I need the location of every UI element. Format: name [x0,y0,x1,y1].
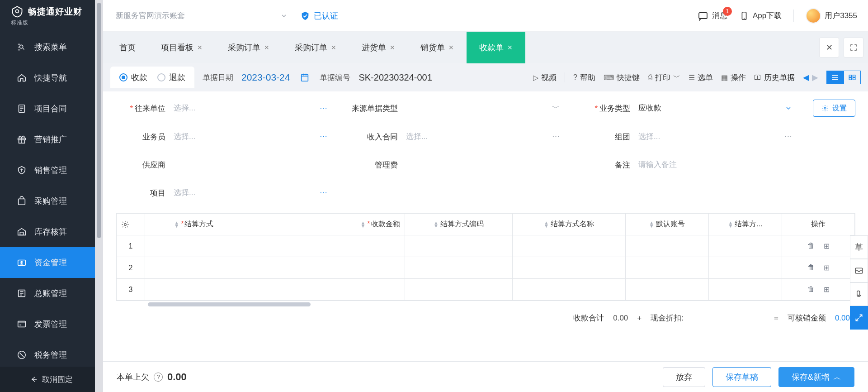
table-row[interactable]: 3 🗑⊞ [117,279,855,301]
search-menu-icon [16,42,27,53]
group-select[interactable]: 选择...⋯ [637,129,795,145]
view-list[interactable] [826,71,844,84]
radio-receive[interactable]: 收款 [119,72,147,83]
tab-project-board[interactable]: 项目看板✕ [148,32,215,63]
tab-home[interactable]: 首页 [107,32,148,63]
tab-sales-bill[interactable]: 销货单✕ [408,32,467,63]
save-new-button[interactable]: 保存&新增︿ [778,367,854,387]
receive-total-label: 收款合计 [573,313,604,323]
sidebar-item-ledger[interactable]: 总账管理 [0,278,103,309]
help-icon[interactable]: ? [154,373,163,382]
messages-button[interactable]: 消息 1 [698,10,727,21]
more-icon[interactable]: ⋯ [784,132,792,141]
tabs-fullscreen[interactable] [844,38,863,57]
sidebar-item-purchase[interactable]: 采购管理 [0,186,103,216]
save-draft-button[interactable]: 保存草稿 [712,367,771,387]
sidebar-scroll-thumb[interactable] [97,3,101,238]
help-icon: ? [573,73,577,81]
close-icon[interactable]: ✕ [264,44,269,51]
radio-refund[interactable]: 退款 [157,72,185,83]
close-icon[interactable]: ✕ [507,44,513,51]
column-config-button[interactable] [117,214,145,235]
user-menu[interactable]: 用户3355 [806,8,857,24]
sidebar-item-tax[interactable]: 税务管理 [0,339,103,367]
shortcut-link[interactable]: ⌨快捷键 [604,72,640,83]
sidebar-item-sales[interactable]: 销售管理 [0,155,103,186]
certified-badge: 已认证 [300,10,338,21]
tab-receive-goods[interactable]: 进货单✕ [349,32,408,63]
tab-label: 进货单 [362,42,386,53]
calendar-icon[interactable] [298,71,311,84]
close-icon[interactable]: ✕ [390,44,395,51]
document-toolbar: 收款 退款 单据日期 2023-03-24 单据编号 SK-20230324-0… [103,63,868,91]
close-icon[interactable]: ✕ [197,44,203,51]
more-icon[interactable]: ⋯ [320,188,327,197]
tabs-row: 首页 项目看板✕ 采购订单✕ 采购订单✕ 进货单✕ 销货单✕ 收款单✕ ✕ [103,32,868,63]
more-icon[interactable]: ⋯ [320,132,327,141]
sidebar-item-marketing[interactable]: 营销推广 [0,124,103,155]
app-download-button[interactable]: App下载 [739,10,782,21]
pager-next[interactable]: ▶ [812,72,818,82]
close-icon[interactable]: ✕ [331,44,336,51]
gear-icon [821,105,829,112]
col-settle-method[interactable]: ▲▼*结算方式 [145,214,243,235]
row-add-icon[interactable]: ⊞ [824,242,830,250]
float-draft-icon[interactable]: 草 [850,235,868,259]
history-link[interactable]: 🕮历史单据 [754,72,795,83]
float-expand-icon[interactable] [850,306,868,330]
tab-receipt[interactable]: 收款单✕ [467,32,525,63]
more-icon[interactable]: ⋯ [320,103,327,113]
close-icon[interactable]: ✕ [448,44,454,51]
col-settle-name[interactable]: ▲▼结算方式名称 [513,214,625,235]
row-delete-icon[interactable]: 🗑 [807,285,815,294]
mgmt-fee-input[interactable] [405,157,562,173]
scroll-thumb[interactable] [148,302,311,306]
tabs-close-all[interactable]: ✕ [819,38,839,57]
float-inbox-icon[interactable] [850,259,868,282]
pager-prev[interactable]: ◀ [803,72,809,82]
shield-check-icon [300,11,310,21]
col-settle-more[interactable]: ▲▼结算方... [708,214,782,235]
tab-purchase-order-1[interactable]: 采购订单✕ [215,32,282,63]
col-settle-code[interactable]: ▲▼结算方式编码 [405,214,513,235]
settings-button[interactable]: 设置 [813,100,855,117]
col-default-account[interactable]: ▲▼默认账号 [625,214,708,235]
operate-link[interactable]: ▦操作 [721,72,746,83]
supplier-input[interactable] [173,157,330,173]
row-delete-icon[interactable]: 🗑 [807,263,815,272]
help-link[interactable]: ?帮助 [573,72,595,83]
salesman-select[interactable]: 选择...⋯ [173,129,330,145]
more-icon[interactable]: ⋯ [552,132,560,141]
tab-purchase-order-2[interactable]: 采购订单✕ [282,32,349,63]
source-type-select[interactable]: ﹀ [405,100,562,116]
project-select[interactable]: 选择...⋯ [173,185,330,201]
row-add-icon[interactable]: ⊞ [824,263,830,272]
choose-link[interactable]: ☰选单 [689,72,713,83]
sidebar-item-invoice[interactable]: 发票管理 [0,309,103,339]
income-contract-select[interactable]: 选择...⋯ [405,129,562,145]
doc-date-value[interactable]: 2023-03-24 [241,72,290,83]
table-row[interactable]: 2 🗑⊞ [117,257,855,279]
sidebar-item-inventory[interactable]: 库存核算 [0,216,103,247]
sidebar-unpin[interactable]: 取消固定 [0,367,103,392]
video-link[interactable]: ▷视频 [533,72,557,83]
account-selector[interactable]: 新服务官网演示账套 [110,6,291,26]
sidebar-item-contract[interactable]: 项目合同 [0,93,103,124]
row-delete-icon[interactable]: 🗑 [807,242,815,250]
view-grid[interactable] [844,71,861,84]
sidebar-item-search[interactable]: 搜索菜单 [0,32,103,62]
table-row[interactable]: 1 🗑⊞ [117,235,855,257]
abandon-button[interactable]: 放弃 [663,367,705,387]
remark-input[interactable]: 请输入备注 [637,157,795,173]
row-add-icon[interactable]: ⊞ [824,285,830,294]
partner-select[interactable]: 选择...⋯ [173,100,330,116]
col-receive-amount[interactable]: ▲▼*收款金额 [243,214,405,235]
biz-type-select[interactable]: 应收款 [637,100,795,116]
sidebar-scrollbar[interactable] [95,0,103,392]
sidebar-item-funds[interactable]: 资金管理 [0,247,103,278]
table-horizontal-scrollbar[interactable] [116,301,855,308]
sidebar-item-quicknav[interactable]: 快捷导航 [0,62,103,93]
tab-label: 采购订单 [295,42,327,53]
float-attach-icon[interactable] [850,282,868,306]
print-link[interactable]: ⎙打印﹀ [648,72,680,83]
